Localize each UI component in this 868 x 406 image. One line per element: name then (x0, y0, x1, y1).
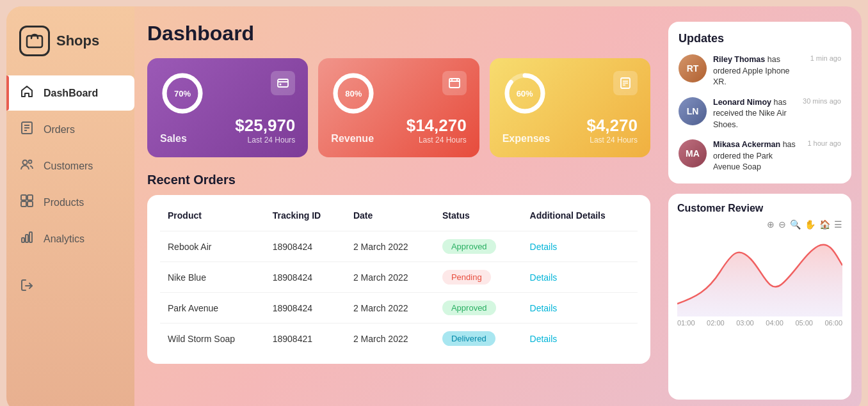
chart-labels: 01:00 02:00 03:00 04:00 05:00 06:00 (677, 319, 842, 327)
svg-rect-7 (21, 195, 26, 200)
order-details[interactable]: Details (522, 293, 638, 324)
update-avatar-1: LN (679, 97, 707, 125)
sidebar-logo: Shops (6, 19, 134, 75)
expenses-icon (613, 71, 638, 95)
col-tracking: Tracking ID (265, 205, 346, 231)
revenue-circle: 80% (331, 71, 376, 116)
order-tracking: 18908424 (265, 293, 346, 324)
update-text-2: Mikasa Ackerman has ordered the Park Ave… (713, 139, 801, 173)
zoom-in-icon[interactable]: ⊕ (767, 219, 775, 230)
home-icon (19, 84, 35, 102)
update-avatar-2: MA (679, 139, 707, 168)
menu-icon[interactable]: ☰ (834, 219, 842, 230)
time-label-5: 05:00 (795, 319, 813, 327)
chart-toolbar: ⊕ ⊖ 🔍 ✋ 🏠 ☰ (677, 219, 842, 230)
order-date: 2 March 2022 (346, 231, 435, 262)
sales-label: Sales (160, 133, 187, 144)
sidebar-item-logout[interactable] (6, 269, 134, 304)
review-title: Customer Review (677, 203, 842, 214)
analytics-icon (19, 230, 35, 247)
sidebar-orders-label: Orders (44, 124, 75, 136)
zoom-out-icon[interactable]: ⊖ (778, 219, 786, 230)
main-content: Dashboard 70% (134, 6, 663, 406)
order-date: 2 March 2022 (346, 293, 435, 324)
expenses-sublabel: Last 24 Hours (586, 136, 638, 144)
recent-orders-title: Recent Orders (147, 173, 650, 187)
sidebar-item-orders[interactable]: Orders (6, 112, 134, 147)
expenses-label: Expenses (502, 133, 551, 144)
svg-point-6 (29, 160, 32, 164)
sidebar-products-label: Products (44, 197, 84, 208)
expenses-circle: 60% (502, 71, 547, 116)
update-text-0: Riley Thomas has ordered Apple Iphone XR… (713, 54, 804, 88)
orders-icon (19, 121, 35, 138)
col-status: Status (435, 205, 522, 231)
app-container: Shops DashBoard (6, 6, 862, 406)
sidebar-item-analytics[interactable]: Analytics (6, 221, 134, 256)
order-status: Pending (435, 262, 522, 293)
svg-rect-8 (28, 195, 33, 200)
time-label-3: 03:00 (736, 319, 754, 327)
svg-rect-11 (22, 238, 24, 242)
svg-rect-0 (27, 36, 42, 47)
sales-sublabel: Last 24 Hours (235, 136, 295, 144)
update-time-2: 1 hour ago (807, 139, 841, 147)
svg-point-5 (23, 160, 28, 165)
sidebar-item-dashboard[interactable]: DashBoard (6, 75, 134, 111)
update-item: RT Riley Thomas has ordered Apple Iphone… (679, 54, 841, 88)
page-title: Dashboard (147, 22, 650, 45)
expenses-card: 60% Expenses $4,270 (490, 58, 650, 157)
sales-card: 70% Sales $25,970 Last 24 Hours (147, 58, 308, 157)
order-date: 2 March 2022 (346, 324, 435, 354)
updates-section: Updates RT Riley Thomas has ordered Appl… (668, 22, 851, 183)
order-status: Approved (435, 231, 522, 262)
sidebar-item-customers[interactable]: Customers (6, 148, 134, 183)
sales-value: $25,970 (235, 116, 295, 136)
updates-list: RT Riley Thomas has ordered Apple Iphone… (679, 54, 841, 173)
order-details[interactable]: Details (522, 324, 638, 354)
sidebar-nav: DashBoard Orders (6, 75, 134, 306)
svg-rect-13 (29, 232, 32, 242)
sidebar-customers-label: Customers (44, 160, 93, 172)
order-date: 2 March 2022 (346, 262, 435, 293)
home-reset-icon[interactable]: 🏠 (819, 219, 830, 230)
products-icon (19, 194, 35, 211)
recent-orders-section: Recent Orders Product Tracking ID Date S… (147, 173, 650, 364)
update-item: LN Leonard Nimoy has received the Nike A… (679, 97, 841, 131)
col-product: Product (160, 205, 265, 231)
order-status: Delivered (435, 324, 522, 354)
update-item: MA Mikasa Ackerman has ordered the Park … (679, 139, 841, 173)
order-product: Wild Storm Soap (160, 324, 265, 354)
sidebar-item-products[interactable]: Products (6, 185, 134, 220)
revenue-label: Revenue (331, 133, 374, 144)
update-avatar-0: RT (679, 54, 707, 82)
order-tracking: 18908424 (265, 231, 346, 262)
order-details[interactable]: Details (522, 262, 638, 293)
revenue-value: $14,270 (406, 116, 467, 136)
expenses-value: $4,270 (586, 116, 638, 136)
revenue-percent: 80% (345, 89, 362, 98)
time-label-1: 01:00 (677, 319, 695, 327)
logo-icon (19, 26, 50, 56)
svg-point-19 (280, 84, 282, 86)
svg-rect-12 (26, 235, 28, 242)
updates-title: Updates (679, 32, 841, 45)
revenue-sublabel: Last 24 Hours (406, 136, 467, 144)
sales-circle: 70% (160, 71, 205, 116)
review-chart (677, 233, 842, 316)
pan-icon[interactable]: ✋ (805, 219, 816, 230)
table-row: Wild Storm Soap 18908421 2 March 2022 De… (160, 324, 638, 354)
col-details: Additional Details (522, 205, 638, 231)
sidebar-dashboard-label: DashBoard (44, 88, 98, 99)
time-label-4: 04:00 (766, 319, 784, 327)
sidebar: Shops DashBoard (6, 6, 134, 406)
table-row: Rebook Air 18908424 2 March 2022 Approve… (160, 231, 638, 262)
order-details[interactable]: Details (522, 231, 638, 262)
sidebar-analytics-label: Analytics (44, 233, 84, 245)
revenue-icon (442, 71, 467, 95)
customers-icon (19, 157, 35, 175)
order-product: Rebook Air (160, 231, 265, 262)
right-panel: Updates RT Riley Thomas has ordered Appl… (663, 6, 862, 406)
search-icon[interactable]: 🔍 (790, 219, 801, 230)
svg-rect-9 (21, 201, 26, 207)
